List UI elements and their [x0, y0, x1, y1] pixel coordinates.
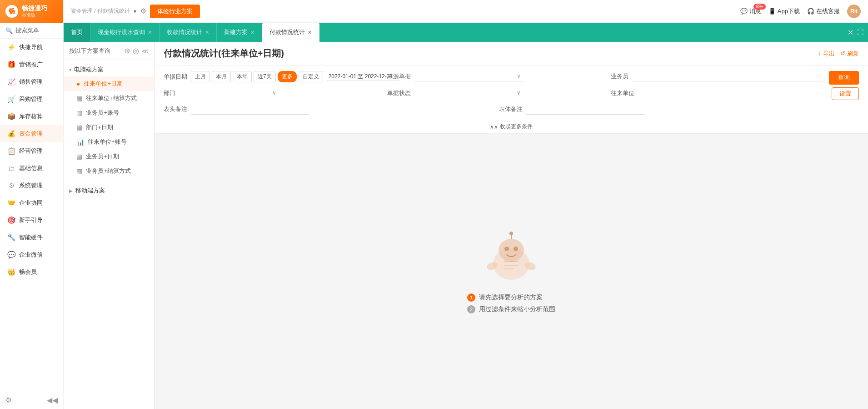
tab-payment-stats[interactable]: 付款情况统计 ✕	[262, 23, 319, 42]
tab-new-plan-label: 新建方案	[224, 28, 248, 36]
sidebar-item-system[interactable]: ⚙ 系统管理	[0, 177, 63, 194]
this-year-btn[interactable]: 本年	[233, 71, 252, 82]
tab-receipt-stats[interactable]: 收款情况统计 ✕	[160, 23, 217, 42]
page-header: 付款情况统计(往来单位+日期) ↑ 导出 ↺ 刷新	[155, 42, 868, 66]
sidebar-item-marketing[interactable]: 🎁 营销推广	[0, 56, 63, 73]
tree-item-icon: ▦	[76, 167, 82, 175]
online-service-button[interactable]: 🎧 在线客服	[807, 7, 840, 15]
tabbar-close-all-icon[interactable]: ✕	[848, 28, 853, 37]
sidebar-logo-text: 畅捷通巧	[22, 5, 47, 12]
filter-area: 单据日期 上月 本月 本年 近7天 更多 自定义 2022-01-01 至 20…	[155, 66, 868, 134]
last-month-btn[interactable]: 上月	[191, 71, 210, 82]
mobile-section-title[interactable]: ▶ 移动端方案	[64, 184, 154, 197]
content-area: 按以下方案查询 ⊕ ◎ ≪ ▾ 电脑端方案 ● 往来单位+日期 ▦	[64, 42, 868, 409]
left-panel-actions: ⊕ ◎ ≪	[124, 46, 149, 55]
tab-new-plan-close[interactable]: ✕	[250, 30, 254, 35]
sidebar-item-finance[interactable]: 💰 资金管理	[0, 125, 63, 142]
tree-item-staff-date[interactable]: ▦ 业务员+日期	[64, 149, 154, 164]
hint-num-1: 1	[467, 293, 475, 302]
tab-receipt-stats-label: 收款情况统计	[167, 28, 202, 36]
trial-button[interactable]: 体验行业方案	[150, 5, 200, 18]
filter-collapse-bar[interactable]: ∧∧ 收起更多条件	[164, 120, 859, 133]
sidebar-item-guide[interactable]: 🎯 新手引导	[0, 212, 63, 229]
query-button[interactable]: 查询	[829, 71, 859, 85]
tree-item-dept-date[interactable]: ▦ 部门+日期	[64, 120, 154, 135]
dept-select[interactable]: ∨	[179, 88, 279, 98]
tabbar-right: ✕ ⛶	[843, 23, 868, 42]
tab-bank-flow[interactable]: 现金银行流水查询 ✕	[90, 23, 160, 42]
pc-plan-section: ▾ 电脑端方案 ● 往来单位+日期 ▦ 往来单位+结算方式 ▦ 业务员+账号 ▦	[64, 60, 154, 181]
staff-select-arrow: ···	[816, 73, 821, 79]
tree-item-partner-date[interactable]: ● 往来单位+日期	[64, 76, 154, 91]
tree-item-partner-account[interactable]: 📊 往来单位+账号	[64, 135, 154, 149]
sidebar-item-label: 经营管理	[19, 147, 43, 155]
sidebar-item-inventory[interactable]: 📦 库存核算	[0, 108, 63, 125]
sidebar-nav: ⚡ 快捷导航 🎁 营销推广 📈 销售管理 🛒 采购管理 📦 库存核算 💰 资金管…	[0, 39, 63, 391]
status-select[interactable]: ∨	[414, 88, 524, 98]
this-month-btn[interactable]: 本月	[212, 71, 231, 82]
refresh-icon: ↺	[840, 50, 845, 57]
system-icon: ⚙	[7, 182, 15, 190]
export-button[interactable]: ↑ 导出	[818, 50, 835, 58]
note-head-input[interactable]	[191, 104, 309, 115]
sidebar-settings-icon[interactable]: ⚙	[5, 396, 12, 404]
tree-item-icon: ▦	[76, 95, 82, 102]
sidebar-item-sales[interactable]: 📈 销售管理	[0, 73, 63, 91]
refresh-button[interactable]: ↺ 刷新	[840, 50, 859, 58]
tab-home[interactable]: 首页	[64, 23, 90, 42]
tab-receipt-close[interactable]: ✕	[205, 30, 209, 35]
sidebar-item-operation[interactable]: 📋 经营管理	[0, 142, 63, 160]
hardware-icon: 🔧	[7, 233, 15, 242]
tab-bank-flow-close[interactable]: ✕	[148, 30, 152, 35]
tree-item-partner-settle[interactable]: ▦ 往来单位+结算方式	[64, 91, 154, 106]
settings-plan-icon[interactable]: ◎	[133, 46, 139, 55]
service-icon: 🎧	[807, 8, 814, 15]
status-select-arrow: ∨	[517, 90, 521, 96]
tabbar: 首页 现金银行流水查询 ✕ 收款情况统计 ✕ 新建方案 ✕ 付款情况统计 ✕ ✕…	[64, 23, 868, 42]
sidebar-item-wechat[interactable]: 💬 企业微信	[0, 246, 63, 263]
sidebar-search-label: 搜索菜单	[15, 26, 39, 35]
purchase-icon: 🛒	[7, 95, 15, 103]
last-7days-btn[interactable]: 近7天	[254, 71, 276, 82]
sidebar-collapse-icon[interactable]: ◀◀	[47, 396, 58, 404]
sidebar-item-hardware[interactable]: 🔧 智能硬件	[0, 229, 63, 246]
filter-settings-button[interactable]: 设置	[832, 87, 859, 100]
sidebar-item-quick-nav[interactable]: ⚡ 快捷导航	[0, 39, 63, 56]
sidebar-item-basic[interactable]: 🗂 基础信息	[0, 160, 63, 177]
tabbar-expand-icon[interactable]: ⛶	[857, 29, 863, 36]
topbar-dropdown-icon[interactable]: ▾	[134, 8, 136, 15]
staff-select[interactable]: ···	[632, 71, 823, 81]
sidebar-item-collab[interactable]: 🤝 企业协同	[0, 194, 63, 212]
tab-payment-close[interactable]: ✕	[308, 30, 312, 35]
tab-new-plan[interactable]: 新建方案 ✕	[217, 23, 262, 42]
pc-section-title[interactable]: ▾ 电脑端方案	[64, 63, 154, 76]
hint-num-2: 2	[467, 305, 475, 313]
messages-badge: 99+	[753, 4, 766, 10]
user-avatar[interactable]: Rit	[847, 5, 861, 18]
filter-row-1: 单据日期 上月 本月 本年 近7天 更多 自定义 2022-01-01 至 20…	[164, 71, 823, 82]
empty-hint-1: 1 请先选择要分析的方案	[467, 293, 555, 302]
partner-filter-label: 往来单位	[611, 89, 634, 97]
tree-item-staff-account[interactable]: ▦ 业务员+账号	[64, 106, 154, 120]
sidebar-item-member[interactable]: 👑 畅会员	[0, 263, 63, 281]
add-plan-icon[interactable]: ⊕	[124, 46, 130, 55]
source-select[interactable]: ∨	[414, 71, 524, 81]
app-download-button[interactable]: 📱 App下载	[768, 7, 800, 15]
partner-select[interactable]: ···	[638, 88, 823, 98]
custom-date-btn[interactable]: 自定义	[299, 71, 323, 82]
main-area: 资金管理 / 付款情况统计 ▾ ⚙ 体验行业方案 💬 消息 99+ 📱 App下…	[64, 0, 868, 409]
member-icon: 👑	[7, 268, 15, 276]
filter-group-partner: 往来单位 ···	[611, 88, 823, 98]
sidebar-search[interactable]: 🔍 搜索菜单	[0, 23, 63, 39]
hint-text-1: 请先选择要分析的方案	[479, 293, 543, 302]
note-body-input[interactable]	[526, 104, 644, 115]
messages-button[interactable]: 💬 消息 99+	[740, 7, 761, 15]
page-title: 付款情况统计(往来单位+日期)	[164, 47, 284, 60]
panel-collapse-icon[interactable]: ≪	[142, 47, 149, 55]
topbar-gear-icon[interactable]: ⚙	[140, 7, 146, 15]
more-date-btn[interactable]: 更多	[278, 71, 297, 82]
sidebar-item-purchase[interactable]: 🛒 采购管理	[0, 91, 63, 108]
guide-icon: 🎯	[7, 216, 15, 224]
tree-item-staff-settle[interactable]: ▦ 业务员+结算方式	[64, 164, 154, 178]
operation-icon: 📋	[7, 147, 15, 155]
